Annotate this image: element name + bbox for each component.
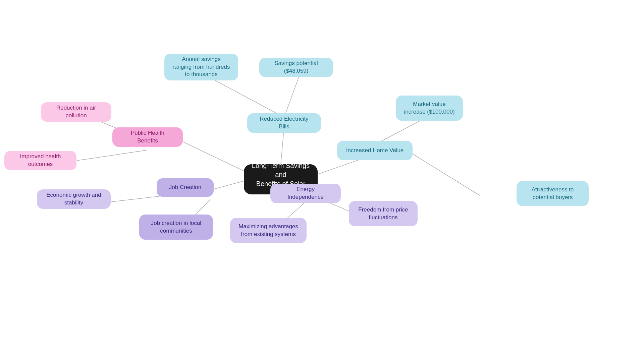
increased-home-label: Increased Home Value (346, 147, 404, 155)
svg-line-2 (180, 140, 244, 171)
market-value-node: Market value increase ($100,000) (396, 96, 463, 121)
economic-growth-label: Economic growth and stability (44, 191, 103, 207)
svg-line-10 (77, 150, 147, 161)
reduced-bills-label: Reduced Electricity Bills (255, 115, 314, 131)
increased-home-node: Increased Home Value (337, 141, 413, 160)
svg-line-8 (413, 154, 480, 195)
freedom-price-node: Freedom from price fluctuations (349, 201, 418, 226)
svg-line-3 (210, 181, 244, 190)
market-value-label: Market value increase ($100,000) (403, 101, 455, 116)
reduced-bills-node: Reduced Electricity Bills (247, 113, 321, 133)
job-creation-label: Job Creation (169, 184, 201, 191)
public-health-label: Public Health Benefits (120, 129, 175, 145)
job-local-label: Job creation in local communities (147, 220, 206, 235)
economic-growth-node: Economic growth and stability (37, 189, 111, 209)
health-outcomes-node: Improved health outcomes (4, 151, 76, 170)
air-pollution-label: Reduction in air pollution (48, 104, 104, 120)
job-local-node: Job creation in local communities (139, 215, 213, 240)
attractiveness-label: Attractiveness to potential buyers (524, 186, 581, 201)
annual-savings-node: Annual savings ranging from hundreds to … (164, 54, 238, 80)
savings-potential-label: Savings potential ($48,059) (267, 60, 326, 75)
maximizing-label: Maximizing advantages from existing syst… (237, 223, 299, 238)
air-pollution-node: Reduction in air pollution (41, 102, 111, 122)
job-creation-node: Job Creation (157, 178, 214, 197)
public-health-node: Public Health Benefits (112, 127, 183, 147)
maximizing-node: Maximizing advantages from existing syst… (230, 218, 307, 243)
freedom-price-label: Freedom from price fluctuations (356, 206, 410, 222)
savings-potential-node: Savings potential ($48,059) (259, 58, 333, 77)
energy-independence-node: Energy Independence (270, 184, 341, 203)
svg-line-5 (212, 79, 284, 117)
attractiveness-node: Attractiveness to potential buyers (517, 181, 589, 206)
health-outcomes-label: Improved health outcomes (12, 153, 69, 168)
annual-savings-label: Annual savings ranging from hundreds to … (172, 56, 231, 79)
energy-independence-label: Energy Independence (278, 186, 333, 201)
svg-line-6 (284, 75, 300, 117)
